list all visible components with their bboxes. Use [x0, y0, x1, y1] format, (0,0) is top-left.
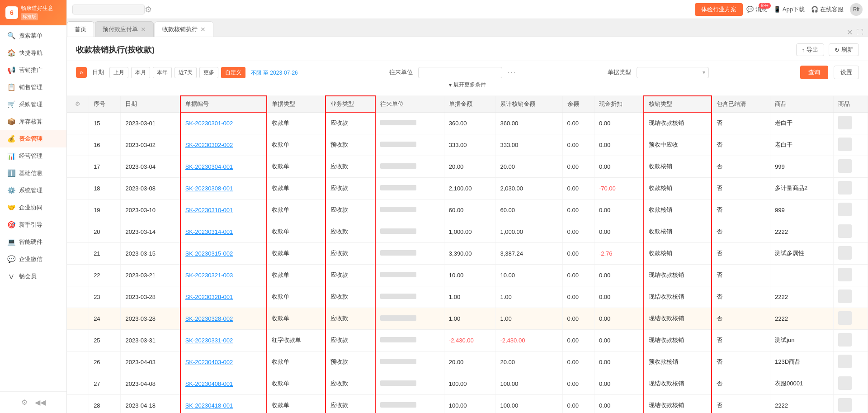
cell-biz-type: 预收款: [326, 351, 376, 373]
settings-bottom-icon[interactable]: ⚙: [19, 396, 29, 408]
doc-no-link[interactable]: SK-20230321-003: [185, 272, 233, 279]
doc-no-link[interactable]: SK-20230403-002: [185, 359, 233, 366]
cell-counterparty: [375, 308, 444, 329]
sidebar-label-wechat: 企业微信: [19, 255, 42, 263]
table-container[interactable]: ⚙ 序号 日期 单据编号 单据类型 业务类型 往来单位 单据金额 累计核销金额 …: [67, 95, 868, 413]
sidebar-icon-marketing: 📢: [7, 66, 15, 74]
sidebar-item-guide[interactable]: 🎯新手引导: [0, 216, 66, 233]
cell-goods: 老白干: [770, 134, 834, 156]
sidebar-icon-guide: 🎯: [7, 221, 15, 229]
cell-balance: 0.00: [562, 134, 594, 156]
cell-balance: 0.00: [562, 221, 594, 242]
cell-no: 24: [89, 308, 121, 329]
cell-date: 2023-03-31: [121, 329, 180, 351]
cell-date: 2023-03-28: [121, 308, 180, 329]
prepay-tab-close-icon[interactable]: ✕: [141, 26, 146, 33]
table-row: 24 2023-03-28 SK-20230328-002 收款单 应收款 1.…: [67, 308, 868, 329]
more-date-button[interactable]: 更多: [199, 67, 218, 78]
sidebar-item-search[interactable]: 🔍搜索菜单: [0, 27, 66, 44]
tab-close-all-icon[interactable]: ✕: [847, 28, 853, 37]
this-year-button[interactable]: 本年: [153, 67, 172, 78]
doc-no-link[interactable]: SK-20230304-001: [185, 163, 233, 170]
cell-goods: 999: [770, 199, 834, 221]
prepay-tab-label: 预付款应付单: [103, 25, 138, 33]
this-month-button[interactable]: 本月: [131, 67, 150, 78]
tab-home[interactable]: 首页: [67, 21, 94, 37]
user-avatar[interactable]: Rit: [850, 3, 863, 16]
cell-cash-discount: -70.00: [594, 177, 644, 199]
doc-type-select[interactable]: [637, 67, 709, 78]
cell-biz-type: 应收款: [326, 199, 376, 221]
doc-no-link[interactable]: SK-20230310-001: [185, 207, 233, 214]
breadcrumb-input[interactable]: [72, 5, 145, 14]
cell-cash-discount: 0.00: [594, 134, 644, 156]
sidebar-item-wechat[interactable]: 💬企业微信: [0, 251, 66, 268]
sidebar-item-basic[interactable]: ℹ️基础信息: [0, 165, 66, 182]
sidebar-item-purchase[interactable]: 🛒采购管理: [0, 96, 66, 113]
cell-write-off-type: 现结收款核销: [644, 264, 712, 286]
sidebar-icon-purchase: 🛒: [7, 100, 15, 109]
tab-collection[interactable]: 收款核销执行 ✕: [155, 21, 213, 37]
sidebar-item-member[interactable]: V畅会员: [0, 268, 66, 285]
sidebar-icon-management: 📊: [7, 152, 15, 160]
sidebar-item-management[interactable]: 📊经营管理: [0, 147, 66, 165]
logo-icon: 6: [5, 6, 18, 19]
doc-no-link[interactable]: SK-20230314-001: [185, 228, 233, 235]
doc-no-link[interactable]: SK-20230302-002: [185, 142, 233, 148]
th-balance: 余额: [562, 96, 594, 112]
cell-biz-type: 应收款: [326, 242, 376, 264]
doc-no-link[interactable]: SK-20230315-002: [185, 250, 233, 257]
sidebar-item-quick-nav[interactable]: 🏠快捷导航: [0, 44, 66, 62]
filter-expand-button[interactable]: »: [76, 67, 87, 78]
sidebar-item-inventory[interactable]: 📦库存核算: [0, 113, 66, 130]
doc-no-link[interactable]: SK-20230331-002: [185, 337, 233, 344]
cell-goods2: [833, 221, 868, 242]
cell-settings: [67, 373, 89, 394]
doc-no-link[interactable]: SK-20230408-001: [185, 380, 233, 387]
tab-prepay[interactable]: 预付款应付单 ✕: [95, 21, 154, 37]
sidebar-item-finance[interactable]: 💰资金管理: [0, 130, 66, 147]
cell-date: 2023-03-21: [121, 264, 180, 286]
industry-solution-button[interactable]: 体验行业方案: [695, 3, 743, 16]
settings-button[interactable]: 设置: [834, 66, 859, 79]
sidebar-item-hardware[interactable]: 💻智能硬件: [0, 233, 66, 251]
message-button[interactable]: 💬 消息 99+: [746, 5, 767, 14]
cell-no: 22: [89, 264, 121, 286]
last-7-days-button[interactable]: 近7天: [175, 67, 197, 78]
table-row: 18 2023-03-08 SK-20230308-001 收款单 应收款 2,…: [67, 177, 868, 199]
sidebar-label-enterprise: 企业协同: [19, 204, 42, 212]
cell-no: 18: [89, 177, 121, 199]
app-download-button[interactable]: 📱 App下载: [774, 5, 805, 14]
query-button[interactable]: 查询: [800, 66, 828, 79]
refresh-icon: ↻: [835, 47, 840, 53]
export-button[interactable]: ↑ 导出: [796, 43, 825, 56]
counterparty-more-icon[interactable]: ···: [508, 68, 516, 76]
cell-doc-amount: 1,000.00: [444, 221, 495, 242]
cell-doc-type: 收款单: [267, 373, 326, 394]
doc-no-link[interactable]: SK-20230308-001: [185, 185, 233, 192]
last-month-button[interactable]: 上月: [109, 67, 128, 78]
doc-no-link[interactable]: SK-20230328-001: [185, 294, 233, 300]
doc-no-link[interactable]: SK-20230328-002: [185, 315, 233, 322]
cell-no: 25: [89, 329, 121, 351]
cell-doc-type: 收款单: [267, 221, 326, 242]
refresh-button[interactable]: ↻ 刷新: [829, 43, 859, 56]
sidebar-item-sales[interactable]: 📋销售管理: [0, 79, 66, 96]
doc-no-link[interactable]: SK-20230418-001: [185, 402, 233, 409]
collapse-icon[interactable]: ◀◀: [33, 396, 47, 408]
expand-more-button[interactable]: ▾ 展开更多条件: [449, 81, 486, 89]
custom-date-button[interactable]: 自定义: [221, 67, 245, 78]
counterparty-input[interactable]: [418, 67, 502, 78]
table-row: 22 2023-03-21 SK-20230321-003 收款单 应收款 10…: [67, 264, 868, 286]
online-service-button[interactable]: 🎧 在线客服: [811, 5, 844, 14]
collection-tab-close-icon[interactable]: ✕: [200, 26, 206, 33]
sidebar-item-enterprise[interactable]: 🤝企业协同: [0, 199, 66, 216]
sidebar-item-system[interactable]: ⚙️系统管理: [0, 182, 66, 199]
sidebar-item-marketing[interactable]: 📢营销推广: [0, 62, 66, 79]
cell-cumulative: 100.00: [495, 373, 562, 394]
cell-biz-type: 应收款: [326, 329, 376, 351]
tab-maximize-icon[interactable]: ⛶: [856, 28, 863, 37]
column-settings-icon[interactable]: ⚙: [75, 100, 80, 107]
doc-no-link[interactable]: SK-20230301-002: [185, 120, 233, 127]
cell-include-settled: 否: [712, 242, 770, 264]
